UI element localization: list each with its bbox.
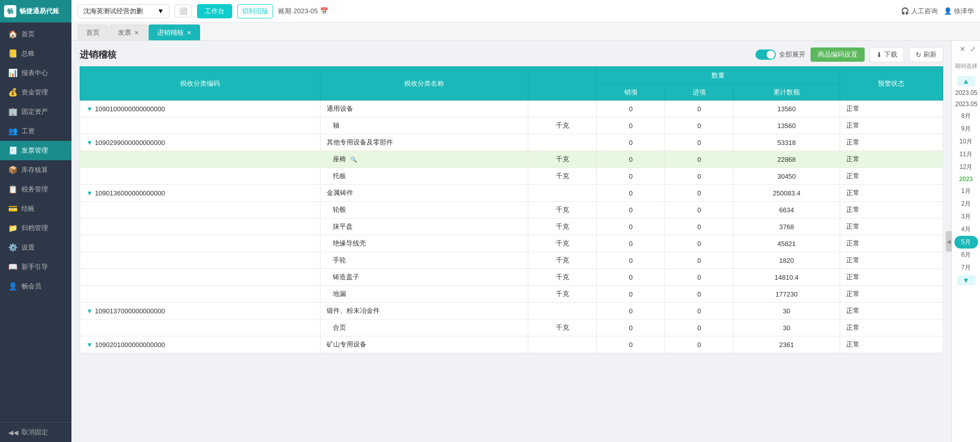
sidebar-item-固定资产[interactable]: 🏢固定资产 [0,102,71,121]
table-row: 托板 千克 0 0 30450 正常 [80,168,943,185]
download-button[interactable]: ⬇ 下载 [870,47,904,62]
workbench-button[interactable]: 工作台 [197,4,232,18]
sidebar-item-设置[interactable]: ⚙️设置 [0,238,71,257]
cell-name: 通用设备 [321,101,528,117]
sidebar-item-总账[interactable]: 📒总账 [0,44,71,63]
sidebar-icon-8: 📋 [8,185,17,194]
header-actions: 全部展开 商品编码设置 ⬇ 下载 ↻ 刷新 [755,47,943,62]
sidebar-item-报表中心[interactable]: 📊报表中心 [0,63,71,83]
period-item-7[interactable]: 2023 [954,174,978,185]
tab-label-2: 进销稽核 [157,28,184,37]
sidebar-item-工资[interactable]: 👥工资 [0,121,71,141]
cell-total: 53318 [733,134,840,151]
period-item-11[interactable]: 4月 [954,223,978,236]
tab-0[interactable]: 首页 [78,24,108,40]
cell-unit: 千克 [528,320,597,336]
period-item-8[interactable]: 1月 [954,185,978,198]
cell-unit [528,101,597,117]
cell-name: 地漏 [321,286,528,303]
sidebar-item-畅会员[interactable]: 👤畅会员 [0,277,71,296]
period-item-2[interactable]: 8月 [954,110,978,122]
cell-total: 1820 [733,252,840,269]
cell-total: 45821 [733,235,840,252]
refresh-button[interactable]: ↻ 刷新 [909,47,943,62]
cell-total: 14810.4 [733,269,840,286]
tab-close-2[interactable]: ✕ [187,30,191,36]
cell-sales: 0 [597,202,665,218]
cell-sales: 0 [597,101,665,117]
page-title: 进销稽核 [80,48,116,61]
period-item-1[interactable]: 2023.05 [954,99,978,110]
sidebar-label-5: 工资 [21,127,35,136]
sidebar-bottom[interactable]: ◀◀ 取消固定 [0,422,71,442]
period-item-12[interactable]: 5月 [954,236,978,249]
cell-unit: 千克 [528,202,597,218]
period-scroll-down[interactable]: ▼ [957,275,975,285]
cell-unit: 千克 [528,218,597,235]
sidebar-item-结账[interactable]: 💳结账 [0,199,71,218]
switch-old-button[interactable]: 切到旧版 [237,4,273,18]
cell-sales: 0 [597,252,665,269]
cell-status: 正常 [840,218,943,235]
cell-sales: 0 [597,286,665,303]
period-item-0[interactable]: 2023.05 [954,87,978,99]
sidebar-icon-6: 🧾 [8,146,17,155]
period-item-3[interactable]: 9月 [954,122,978,135]
cell-unit: 千克 [528,117,597,134]
tab-2[interactable]: 进销稽核✕ [149,24,200,40]
cell-purchase: 0 [665,168,733,185]
period-selector[interactable]: 账期 2023-05 📅 [278,7,328,16]
expand-toggle[interactable] [755,50,776,60]
tab-label-0: 首页 [86,28,100,37]
cell-code [80,218,321,235]
cell-name: 手轮 [321,252,528,269]
user-icon: 👤 [944,7,952,15]
period-item-5[interactable]: 11月 [954,148,978,161]
sidebar-item-发票管理[interactable]: 🧾发票管理 [0,141,71,160]
table-row[interactable]: 座椅 🔍 千克 0 0 22868 正常 [80,151,943,168]
sidebar-item-资金管理[interactable]: 💰资金管理 [0,83,71,102]
sidebar-bottom-label: 取消固定 [21,428,48,437]
cell-code [80,117,321,134]
period-scroll-up[interactable]: ▲ [957,76,975,86]
save-icon: ⬜ [179,7,187,15]
company-selector[interactable]: 沈海英测试经营勿删 ▼ [78,4,169,18]
product-code-button[interactable]: 商品编码设置 [811,47,865,62]
user-profile[interactable]: 👤 徐泽华 [944,7,974,16]
table-row: ▼1090137000000000000 锻件、粉末冶金件 0 0 30 正常 [80,303,943,320]
period-item-4[interactable]: 10月 [954,135,978,148]
sidebar-label-12: 新手引导 [21,262,48,272]
cell-purchase: 0 [665,202,733,218]
tab-close-1[interactable]: ✕ [134,30,139,36]
cell-status: 正常 [840,320,943,336]
cell-name: 轴 [321,117,528,134]
period-panel-label: 期间选择 [954,60,978,72]
sidebar-item-税务管理[interactable]: 📋税务管理 [0,180,71,199]
sidebar-item-首页[interactable]: 🏠首页 [0,24,71,44]
sidebar-item-库存核算[interactable]: 📦库存核算 [0,160,71,180]
cell-unit: 千克 [528,151,597,168]
cell-sales: 0 [597,320,665,336]
panel-toggle[interactable]: ◀ [946,231,952,252]
table-row: 手轮 千克 0 0 1820 正常 [80,252,943,269]
period-item-13[interactable]: 6月 [954,249,978,261]
period-item-10[interactable]: 3月 [954,210,978,223]
cell-purchase: 0 [665,303,733,320]
col-tax-code: 税收分类编码 [80,67,321,101]
cell-name: 轮毂 [321,202,528,218]
cell-code [80,235,321,252]
save-draft-button[interactable]: ⬜ [175,5,192,17]
support-button[interactable]: 🎧 人工咨询 [901,7,938,16]
cell-total: 13560 [733,117,840,134]
sidebar-label-4: 固定资产 [21,107,48,116]
sidebar-item-归档管理[interactable]: 📁归档管理 [0,218,71,238]
period-item-9[interactable]: 2月 [954,198,978,210]
period-item-14[interactable]: 7月 [954,261,978,274]
period-item-6[interactable]: 12月 [954,161,978,174]
cell-status: 正常 [840,185,943,202]
close-panel-button[interactable]: ✕ [960,45,966,53]
tab-1[interactable]: 发票✕ [109,24,148,40]
sidebar-item-新手引导[interactable]: 📖新手引导 [0,257,71,277]
expand-panel-button[interactable]: ⤢ [970,45,976,53]
table-row: 轴 千克 0 0 13560 正常 [80,117,943,134]
